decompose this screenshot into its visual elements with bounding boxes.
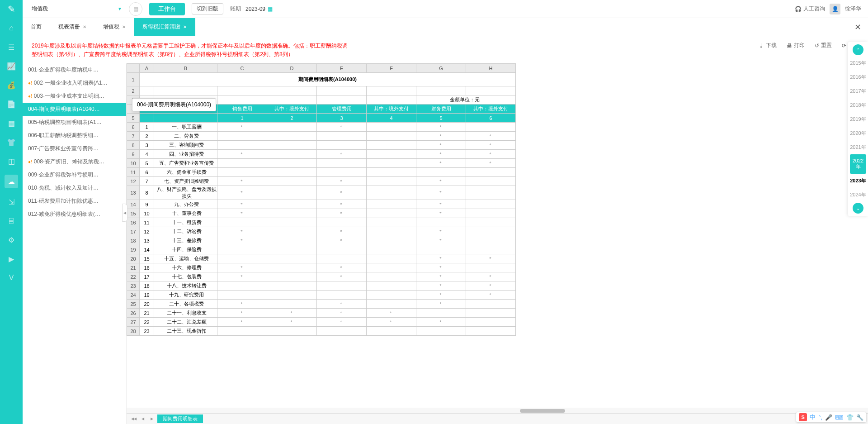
doc-item[interactable]: ●!002-一般企业收入明细表(A1…	[23, 76, 126, 90]
ime-tool-icon[interactable]: 🔧	[856, 414, 863, 421]
avatar[interactable]: 👤	[830, 4, 840, 14]
year-2020年[interactable]: 2020年	[848, 126, 868, 140]
reset-icon: ↺	[815, 43, 819, 49]
tab-首页[interactable]: 首页	[23, 18, 50, 36]
ime-bar[interactable]: S 中 °, 🎤 ⌨ 👕 🔧	[796, 412, 866, 422]
main-dropdown[interactable]: 增值税 ▼	[32, 5, 122, 13]
doc-item[interactable]: ●!008-资产折旧、摊销及纳税…	[23, 155, 126, 168]
nav-doc-icon[interactable]: 📄	[6, 99, 17, 110]
doc-item[interactable]: 005-纳税调整项目明细表(A1…	[23, 116, 126, 129]
year-2019年[interactable]: 2019年	[848, 112, 868, 126]
sheet-tab-active[interactable]: 期间费用明细表	[157, 414, 203, 423]
warning-icon: ●!	[28, 94, 32, 99]
nav-export-icon[interactable]: ⇲	[6, 196, 17, 207]
nav-cloud-icon[interactable]: ☁	[5, 175, 18, 188]
sheet-area: ABCDEFGH1期间费用明细表(A104000)23金额单位：元4行次项目销售…	[127, 63, 868, 424]
year-2018年[interactable]: 2018年	[848, 98, 868, 112]
year-up-button[interactable]: ⌃	[853, 44, 863, 55]
tab-税表清册[interactable]: 税表清册✕	[50, 18, 95, 36]
ime-skin-icon[interactable]: 👕	[846, 414, 854, 421]
nav-grid-icon[interactable]: ▦	[6, 118, 17, 129]
nav-shirt-icon[interactable]: 👕	[6, 137, 17, 148]
chevron-down-icon: ▼	[118, 6, 122, 11]
sheet-title[interactable]: 期间费用明细表(A104000)	[140, 73, 516, 86]
year-2021年[interactable]: 2021年	[848, 140, 868, 154]
ime-mic-icon[interactable]: 🎤	[825, 414, 832, 421]
switch-old-button[interactable]: 切到旧版	[192, 3, 223, 14]
sheet-tabs: ◀◀ ◀ ▶ 期间费用明细表 ▶	[127, 413, 868, 424]
document-icon: ▤	[133, 6, 138, 12]
nav-box-icon[interactable]: ◫	[6, 156, 17, 167]
year-2023年[interactable]: 2023年	[848, 174, 868, 188]
doc-button[interactable]: ▤	[129, 2, 142, 16]
warning-icon: ●!	[28, 81, 32, 86]
top-header: ✎ 增值税 ▼ ▤ 工作台 切到旧版 账期 2023-09 ▦ 🎧 人工咨询 👤…	[0, 0, 868, 18]
unit-label[interactable]: 金额单位：元	[416, 95, 516, 105]
nav-tray-icon[interactable]: ⌸	[6, 215, 17, 226]
doc-item[interactable]: ●!003-一般企业成本支出明细…	[23, 90, 126, 103]
year-2017年[interactable]: 2017年	[848, 84, 868, 98]
doc-item[interactable]: 011-研发费用加计扣除优惠…	[23, 195, 126, 208]
year-2015年[interactable]: 2015年	[848, 56, 868, 70]
sheet-scroll[interactable]: ABCDEFGH1期间费用明细表(A104000)23金额单位：元4行次项目销售…	[127, 63, 868, 408]
ime-lang[interactable]: 中	[810, 413, 816, 421]
nav-list-icon[interactable]: ☰	[6, 42, 17, 52]
tab-bar: 首页税表清册✕增值税✕所得税汇算清缴✕ ✕	[23, 18, 868, 36]
doc-item[interactable]: 010-免税、减计收入及加计…	[23, 181, 126, 195]
left-nav: ⌂ ☰ 📈 💰 📄 ▦ 👕 ◫ ☁ ⇲ ⌸ ⚙ ▶ V	[0, 18, 23, 424]
worktable-button[interactable]: 工作台	[149, 3, 185, 15]
year-down-button[interactable]: ⌄	[853, 203, 863, 214]
download-button[interactable]: ⭳下载	[759, 42, 777, 49]
header-right: 🎧 人工咨询 👤 徐泽华	[795, 4, 861, 14]
app-logo[interactable]: ✎	[0, 0, 23, 18]
doc-list[interactable]: 001-企业所得税年度纳税申…●!002-一般企业收入明细表(A1…●!003-…	[23, 63, 127, 424]
nav-play-icon[interactable]: ▶	[6, 253, 17, 264]
doc-item[interactable]: 001-企业所得税年度纳税申…	[23, 63, 126, 76]
dropdown-label: 增值税	[32, 5, 48, 13]
year-rail: ⌃ 2015年2016年2017年2018年2019年2020年2021年202…	[848, 42, 868, 216]
user-icon: 👤	[832, 6, 839, 12]
ime-keyboard-icon[interactable]: ⌨	[835, 414, 844, 421]
nav-v-icon[interactable]: V	[6, 272, 17, 283]
close-icon[interactable]: ✕	[183, 24, 187, 29]
period-value[interactable]: 2023-09	[245, 6, 265, 12]
content-area: 2019年度涉及取以前年度结转数据的申报表单元格需要手工维护正确，才能保证本年及…	[23, 36, 868, 424]
horizontal-scrollbar[interactable]	[127, 408, 868, 413]
close-icon[interactable]: ✕	[122, 24, 126, 29]
tab-增值税[interactable]: 增值税✕	[95, 18, 134, 36]
year-2016年[interactable]: 2016年	[848, 70, 868, 84]
close-icon[interactable]: ✕	[83, 24, 86, 29]
nav-chart-icon[interactable]: 📈	[6, 61, 17, 71]
download-icon: ⭳	[759, 43, 764, 49]
nav-money-icon[interactable]: 💰	[6, 80, 17, 91]
doc-item[interactable]: 004-期间费用明细表(A1040…	[23, 103, 126, 116]
toolbar: ⭳下载 🖶打印 ↺重置 ⟳刷新	[759, 42, 859, 49]
scrollbar-thumb[interactable]	[520, 409, 565, 413]
doc-item[interactable]: 007-广告费和业务宣传费跨…	[23, 142, 126, 155]
tab-所得税汇算清缴[interactable]: 所得税汇算清缴✕	[134, 18, 195, 36]
year-2024年[interactable]: 2024年	[848, 188, 868, 202]
calendar-icon[interactable]: ▦	[268, 6, 273, 12]
username: 徐泽华	[845, 5, 861, 13]
feather-icon: ✎	[8, 4, 15, 14]
reset-button[interactable]: ↺重置	[815, 42, 832, 49]
print-button[interactable]: 🖶打印	[787, 42, 805, 49]
close-all-button[interactable]: ✕	[854, 18, 861, 36]
year-2022年[interactable]: 2022年	[850, 154, 866, 174]
sheet-nav-prev[interactable]: ◀	[139, 415, 146, 423]
refresh-icon: ⟳	[842, 43, 846, 49]
doc-item[interactable]: 012-减免所得税优惠明细表(…	[23, 208, 126, 221]
print-icon: 🖶	[787, 43, 792, 49]
sheet-nav-first[interactable]: ◀◀	[130, 415, 137, 423]
nav-home-icon[interactable]: ⌂	[6, 23, 17, 33]
nav-gear-icon[interactable]: ⚙	[6, 234, 17, 245]
period-label: 账期	[230, 5, 241, 13]
sheet-nav-next[interactable]: ▶	[148, 415, 156, 423]
doc-item[interactable]: 009-企业所得税弥补亏损明…	[23, 168, 126, 181]
consult-button[interactable]: 🎧 人工咨询	[795, 5, 825, 13]
collapse-handle[interactable]: ◀	[122, 204, 127, 222]
ime-punct-icon[interactable]: °,	[818, 414, 822, 421]
doc-item[interactable]: 006-职工薪酬纳税调整明细…	[23, 129, 126, 142]
warning-icon: ●!	[28, 159, 32, 164]
doc-tooltip: 004-期间费用明细表(A104000)	[132, 98, 216, 111]
